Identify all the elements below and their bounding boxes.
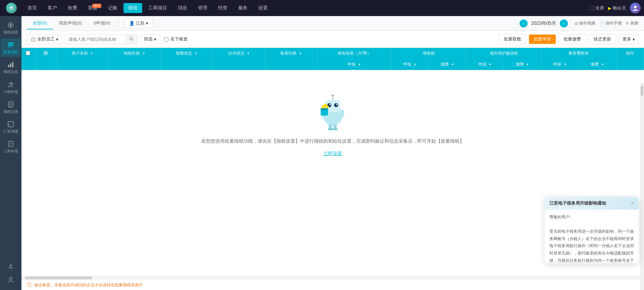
sidebar-item-tax-record[interactable]: 报税记录 (1, 98, 21, 117)
nav-message[interactable]: 消息 (173, 3, 192, 13)
toolbar: 📋 全部员工 ▾ 筛选 ▾ 名下账套 (21, 31, 644, 48)
sidebar-user[interactable] (1, 273, 21, 286)
batch-fetch-button[interactable]: 批量取数 (499, 34, 526, 44)
sidebar-item-tax-summary[interactable]: 报税总览 (1, 58, 21, 77)
nav-customer[interactable]: 客户 (43, 3, 62, 13)
nav-industry[interactable]: 工商项目 (144, 3, 172, 13)
svg-point-22 (130, 37, 132, 40)
new-badge: NEW (92, 4, 101, 8)
nav-accounting[interactable]: 记账 (103, 3, 122, 13)
svg-point-21 (9, 277, 12, 280)
sidebar-item-settlement[interactable]: ≡ 汇算清缴 (1, 118, 21, 136)
sidebar-item-annual-report[interactable]: 工商年报 (1, 138, 21, 156)
horizontal-scrollbar[interactable] (21, 276, 644, 280)
video-icon: ◎ (575, 21, 578, 26)
status-update-button[interactable]: 状态更新 (589, 34, 616, 44)
taxtype-filter-icon[interactable]: ▼ (142, 52, 146, 55)
sidebar-label-tax-settings: 报税设置 (3, 30, 18, 34)
th-checkbox[interactable] (21, 48, 35, 59)
notification-panel: 江苏电子税务局升级影响通知 × 尊敬的用户: 受当前电子税务局进一步升级的影响，… (545, 197, 639, 263)
svg-point-40 (326, 105, 329, 108)
logo-area (3, 3, 19, 13)
th-vat-pay: 缴费 ▼ (429, 59, 466, 70)
edu-pay-filter-icon[interactable]: ▼ (601, 63, 604, 66)
nav-invoice[interactable]: 票据 NEW (83, 3, 102, 13)
edu-declare-filter-icon[interactable]: ▼ (564, 63, 567, 66)
nav-home[interactable]: 首页 (23, 3, 42, 13)
batch-declare-button[interactable]: 批量申报 (529, 34, 556, 44)
nav-items: 首页 客户 收费 票据 NEW 记账 报税 工商项目 消息 管理 经营 服务 设… (23, 3, 590, 13)
checkbox-label[interactable]: 名下账套 (164, 36, 188, 42)
status-bar: ⓘ 验证账密、采集信息均成功的企业才会流转至批量报税页面中 (21, 280, 644, 290)
city-declare-filter-icon[interactable]: ▼ (488, 63, 492, 66)
filter-button[interactable]: 筛选 ▾ (140, 34, 160, 44)
nav-operation[interactable]: 经营 (213, 3, 232, 13)
setup-link[interactable]: 立即设置 (323, 151, 342, 157)
notification-content: 受当前电子税务局进一步升级的影响，同一个政务网账号（办税人）名下的企业不能再同时… (549, 228, 634, 263)
city-pay-filter-icon[interactable]: ▼ (526, 63, 529, 66)
member-button[interactable]: ▶ 畅会员 (608, 5, 626, 11)
sidebar-bottom (1, 259, 21, 290)
th-settings[interactable] (35, 48, 56, 59)
operation-video-link[interactable]: ◎ 操作视频 (575, 20, 595, 26)
region-selector[interactable]: 👤 江苏 ▾ (125, 19, 153, 28)
sidebar: 报税设置 批量报税 报税总览 (0, 16, 21, 290)
batch-pay-button[interactable]: 批量缴费 (558, 34, 586, 44)
app-logo[interactable] (6, 3, 17, 13)
nav-management[interactable]: 管理 (193, 3, 212, 13)
svg-rect-4 (8, 47, 11, 47)
svg-point-25 (45, 52, 46, 54)
tab-zero-declaration[interactable]: 0申报(0) (88, 17, 116, 29)
search-input[interactable] (65, 35, 125, 44)
next-month-button[interactable]: › (560, 19, 568, 27)
settings-icon (43, 51, 48, 55)
nav-settings[interactable]: 设置 (254, 3, 272, 13)
more-button[interactable]: 更多 ▾ (619, 34, 639, 44)
main-layout: 报税设置 批量报税 报税总览 (0, 16, 644, 290)
nav-service[interactable]: 服务 (233, 3, 252, 13)
svg-point-44 (332, 128, 338, 130)
user-avatar[interactable] (630, 3, 641, 13)
comparestatus-filter-icon[interactable]: ▼ (247, 52, 250, 55)
empty-state: 若您想使用批量报税功能，请先在【报税设置】中进行报税的初始化设置，完成密码验证和… (21, 70, 644, 177)
sidebar-item-tax-settings[interactable]: 报税设置 (1, 19, 21, 37)
tab-tax-declaration[interactable]: 税款申报(0) (53, 17, 88, 29)
prev-month-button[interactable]: ‹ (520, 19, 528, 27)
svg-rect-6 (10, 63, 11, 67)
horizontal-scrollbar-thumb[interactable] (25, 277, 92, 279)
fetchstatus-filter-icon[interactable]: ▼ (194, 52, 198, 55)
sidebar-download[interactable] (1, 259, 21, 272)
notification-close-button[interactable]: × (631, 201, 634, 206)
svg-point-0 (634, 6, 637, 8)
nav-tax[interactable]: 报税 (123, 3, 142, 13)
tab-all[interactable]: 全部(0) (27, 17, 53, 29)
nav-fee[interactable]: 收费 (63, 3, 82, 13)
checkresult-filter-icon[interactable]: ▼ (299, 52, 302, 55)
notification-greeting: 尊敬的用户: (549, 214, 634, 221)
svg-rect-2 (8, 43, 13, 44)
th-check-result: 检查结果 ▼ (265, 48, 318, 59)
svg-rect-7 (12, 62, 13, 67)
right-scrollbar-thumb[interactable] (641, 86, 643, 96)
refresh-link[interactable]: ↻ 刷新 (626, 20, 639, 26)
th-financial-report: 财务报表（月/季） (317, 48, 391, 59)
th-city-pay: 缴费 ▼ (504, 59, 541, 70)
download-icon (7, 262, 14, 269)
user-icon (7, 276, 14, 283)
sidebar-item-batch-tax[interactable]: 批量报税 (1, 39, 21, 57)
th-edu-declare: 申报 ▼ (541, 59, 579, 70)
th-vat-declare: 申报 ▼ (391, 59, 429, 70)
search-button[interactable] (125, 35, 137, 44)
customer-filter-icon[interactable]: ▼ (90, 52, 93, 55)
select-all-checkbox[interactable] (26, 51, 30, 55)
vat-pay-filter-icon[interactable]: ▼ (451, 63, 454, 66)
sidebar-label-settlement: 汇算清缴 (3, 129, 18, 134)
employee-select[interactable]: 📋 全部员工 ▾ (27, 34, 62, 44)
sidebar-item-personal-tax[interactable]: 个税申报 (1, 78, 21, 97)
operation-manual-link[interactable]: 📄 操作手册 (599, 20, 622, 26)
region-chevron-icon: ▾ (146, 21, 148, 26)
vat-declare-filter-icon[interactable]: ▼ (413, 63, 417, 66)
financial-filter-icon[interactable]: ▼ (358, 63, 361, 66)
name-accounts-checkbox[interactable] (164, 37, 168, 42)
fullscreen-button[interactable]: ⛶ 全屏 (590, 5, 604, 11)
